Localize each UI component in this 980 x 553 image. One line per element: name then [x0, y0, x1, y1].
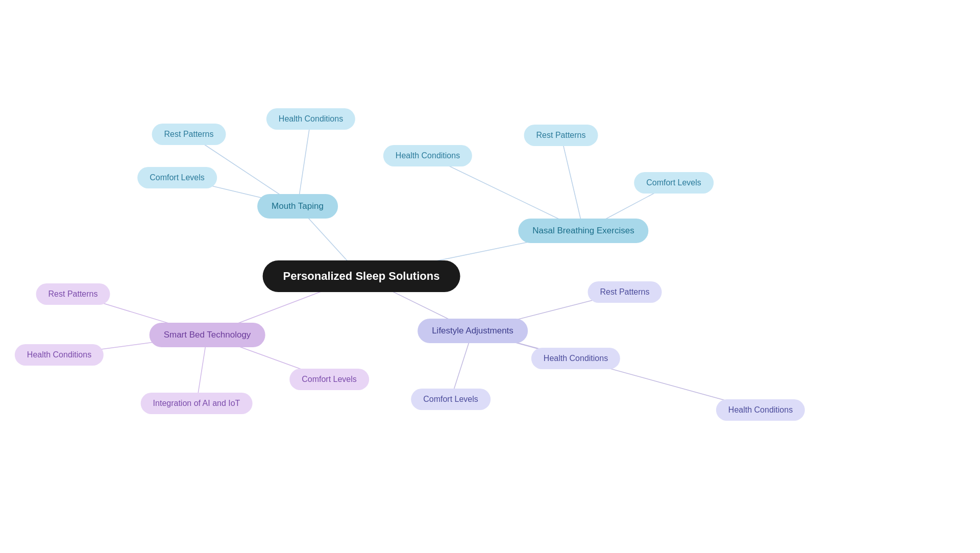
lifestyle-health-label: Health Conditions: [544, 354, 608, 363]
nasal-breathing-label: Nasal Breathing Exercises: [532, 226, 634, 236]
mouth-taping-comfort-node[interactable]: Comfort Levels: [137, 167, 217, 188]
mouth-taping-health-label: Health Conditions: [279, 114, 343, 124]
lifestyle-health-node[interactable]: Health Conditions: [531, 348, 620, 369]
lifestyle-rest-node[interactable]: Rest Patterns: [588, 281, 662, 303]
lifestyle-health2-node[interactable]: Health Conditions: [716, 399, 805, 421]
nasal-health-label: Health Conditions: [396, 151, 460, 160]
mouth-taping-label: Mouth Taping: [272, 201, 324, 211]
smart-bed-rest-node[interactable]: Rest Patterns: [36, 283, 110, 305]
smart-bed-label: Smart Bed Technology: [164, 330, 251, 340]
connections-svg: [0, 0, 980, 553]
svg-line-6: [561, 135, 583, 231]
mouth-taping-rest-node[interactable]: Rest Patterns: [152, 124, 226, 145]
smart-bed-comfort-label: Comfort Levels: [302, 375, 357, 384]
mind-map: Personalized Sleep Solutions Mouth Tapin…: [0, 0, 980, 553]
smart-bed-node[interactable]: Smart Bed Technology: [150, 323, 265, 347]
svg-line-1: [298, 119, 311, 206]
lifestyle-rest-label: Rest Patterns: [600, 287, 650, 297]
lifestyle-node[interactable]: Lifestyle Adjustments: [418, 319, 528, 343]
mouth-taping-comfort-label: Comfort Levels: [150, 173, 205, 182]
nasal-rest-node[interactable]: Rest Patterns: [524, 125, 598, 146]
lifestyle-comfort-label: Comfort Levels: [423, 395, 478, 404]
lifestyle-comfort-node[interactable]: Comfort Levels: [411, 389, 491, 410]
smart-bed-integration-label: Integration of AI and IoT: [153, 399, 240, 408]
nasal-health-node[interactable]: Health Conditions: [383, 145, 472, 166]
nasal-comfort-label: Comfort Levels: [646, 178, 701, 187]
mouth-taping-health-node[interactable]: Health Conditions: [266, 108, 355, 130]
center-label: Personalized Sleep Solutions: [283, 270, 440, 283]
smart-bed-health-label: Health Conditions: [27, 350, 91, 359]
lifestyle-health2-label: Health Conditions: [728, 405, 793, 415]
lifestyle-label: Lifestyle Adjustments: [432, 326, 513, 336]
nasal-comfort-node[interactable]: Comfort Levels: [634, 172, 714, 194]
center-node[interactable]: Personalized Sleep Solutions: [263, 260, 460, 292]
nasal-rest-label: Rest Patterns: [536, 131, 586, 140]
nasal-breathing-node[interactable]: Nasal Breathing Exercises: [518, 219, 648, 243]
mouth-taping-node[interactable]: Mouth Taping: [257, 194, 338, 219]
mouth-taping-rest-label: Rest Patterns: [164, 130, 214, 139]
smart-bed-comfort-node[interactable]: Comfort Levels: [289, 369, 369, 390]
smart-bed-health-node[interactable]: Health Conditions: [15, 344, 104, 366]
smart-bed-rest-label: Rest Patterns: [48, 290, 98, 299]
smart-bed-integration-node[interactable]: Integration of AI and IoT: [141, 393, 253, 414]
